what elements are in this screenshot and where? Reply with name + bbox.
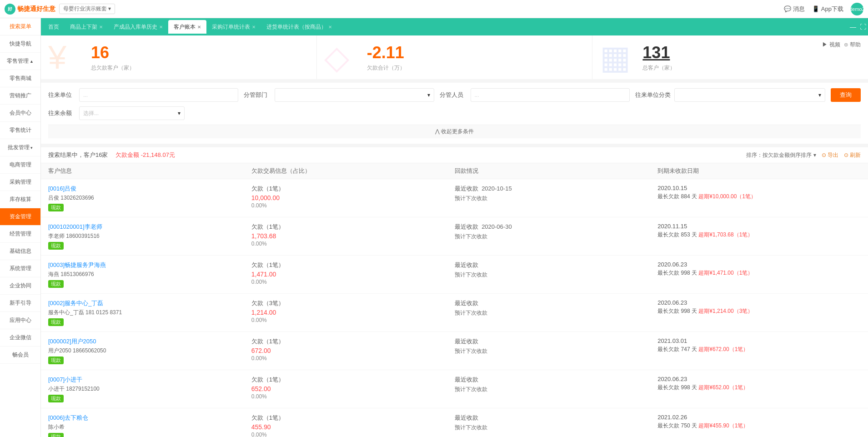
refresh-btn[interactable]: ⊙ 刷新: [844, 151, 861, 159]
app-icon: 📱: [812, 5, 819, 12]
sidebar-item-marketing[interactable]: 营销推广: [0, 87, 40, 105]
return-status-2: 最近收款 2020-06-30: [455, 223, 658, 231]
user-btn[interactable]: demo2: [851, 3, 863, 15]
video-btn[interactable]: ▶ 视频: [822, 41, 840, 49]
customer-name-link-4[interactable]: [0002]服务中心_丁磊: [48, 300, 103, 306]
customer-name-link-6[interactable]: [0007]小进干: [48, 376, 82, 383]
tab-inbound-label: 进货单统计表（按商品）: [266, 23, 326, 31]
search-button[interactable]: 查询: [831, 88, 861, 102]
sidebar-item-vip[interactable]: 畅会员: [0, 347, 40, 364]
tab-close-icon-4[interactable]: ✕: [252, 25, 256, 30]
due-info-7: 2021.02.26 最长欠款 750 天 超期¥455.90（1笔）: [657, 414, 861, 430]
tab-customer-account[interactable]: 客户账本 ✕: [168, 20, 206, 34]
maximize-icon[interactable]: ⛶: [860, 23, 866, 30]
due-date-1: 2020.10.15: [657, 185, 861, 191]
customer-name-link-2[interactable]: [0001020001]李老师: [48, 223, 102, 230]
debt-percent-1: 0.00%: [251, 202, 455, 209]
sidebar-item-quick-nav[interactable]: 快捷导航: [0, 35, 40, 53]
overdue-link-6[interactable]: 超期¥652.00（1笔）: [698, 384, 748, 391]
balance-select[interactable]: 选择... ▾: [79, 106, 185, 120]
customer-name-link-5[interactable]: [000002]用户2050: [48, 338, 96, 345]
sidebar-item-purchase[interactable]: 采购管理: [0, 174, 40, 191]
tab-close-icon-3[interactable]: ✕: [197, 25, 201, 30]
minimize-icon[interactable]: —: [850, 23, 856, 30]
return-info-7: 最近收款 预计下次收款: [455, 414, 658, 432]
filter-balance: 往来余额 选择... ▾: [48, 106, 185, 120]
sidebar-item-retail-stats[interactable]: 零售统计: [0, 122, 40, 139]
table-row: [0016]吕俊 吕俊 13026203696 现款 欠款（1笔） 10,000…: [41, 179, 868, 217]
tab-close-icon-2[interactable]: ✕: [159, 25, 163, 30]
export-btn[interactable]: ⊙ 导出: [822, 151, 838, 159]
brand-logo: 好 畅捷通好生意: [5, 4, 55, 15]
content-area: 首页 商品上下架 ✕ 产成品入库单历史 ✕ 客户账本 ✕ 采购订单统计表 ✕: [41, 18, 868, 437]
filter-area: 往来单位 ... 分管部门 ▾: [41, 83, 868, 144]
col-header-customer: 客户信息: [48, 167, 251, 175]
debt-percent-2: 0.00%: [251, 241, 455, 247]
sidebar-label-retail-mgmt: 零售管理: [7, 57, 29, 65]
customer-name-link-1[interactable]: [0016]吕俊: [48, 185, 76, 192]
industry-arrow: ▾: [108, 5, 111, 12]
sidebar-item-inventory[interactable]: 库存核算: [0, 191, 40, 208]
tab-inbound-stats[interactable]: 进货单统计表（按商品） ✕: [261, 20, 337, 34]
customer-name-link-3[interactable]: [0003]畅捷服务尹海燕: [48, 261, 106, 268]
result-text: 搜索结果中，客户16家: [48, 151, 108, 158]
app-download-btn[interactable]: 📱 App下载: [812, 5, 843, 13]
sidebar-item-app-center[interactable]: 应用中心: [0, 312, 40, 329]
sidebar-item-enterprise-wechat[interactable]: 企业微信: [0, 329, 40, 347]
overdue-link-3[interactable]: 超期¥1,471.00（1笔）: [698, 270, 753, 276]
dept-arrow: ▾: [427, 92, 430, 98]
customer-name-link-7[interactable]: [0006]去下粮仓: [48, 414, 88, 421]
tab-close-icon-5[interactable]: ✕: [328, 25, 332, 30]
debt-count-4: 欠款（3笔）: [251, 299, 455, 307]
col-header-return: 回款情况: [455, 167, 658, 175]
tab-close-icon[interactable]: ✕: [99, 25, 103, 30]
sidebar-item-basic-info[interactable]: 基础信息: [0, 243, 40, 260]
avatar: demo2: [851, 3, 863, 15]
tab-purchase-order-stats[interactable]: 采购订单统计表 ✕: [206, 20, 261, 34]
customer-info-2: [0001020001]李老师 李老师 18600391516 现款: [48, 223, 251, 250]
table-row: [0003]畅捷服务尹海燕 海燕 18513066976 现款 欠款（1笔） 1…: [41, 256, 868, 294]
sidebar-item-wholesale-mgmt[interactable]: 批发管理 ▾: [0, 139, 40, 156]
from-unit-input[interactable]: ...: [79, 88, 238, 102]
debt-amount-6: 652.00: [251, 385, 455, 392]
unit-category-select[interactable]: ▾: [674, 88, 825, 102]
debt-amount-4: 1,214.00: [251, 309, 455, 316]
tab-product-listing[interactable]: 商品上下架 ✕: [65, 20, 108, 34]
message-btn[interactable]: 💬 消息: [784, 5, 805, 13]
stat-label-total-customers: 总客户（家）: [642, 64, 675, 72]
sort-select[interactable]: 排序：按欠款金额倒序排序 ▾: [746, 151, 816, 159]
tab-product-history[interactable]: 产成品入库单历史 ✕: [108, 20, 168, 34]
customer-phone-1: 吕俊 13026203696: [48, 194, 251, 202]
return-info-5: 最近收款 预计下次收款: [455, 337, 658, 355]
debt-percent-4: 0.00%: [251, 317, 455, 323]
industry-select[interactable]: 母婴行业演示账套 ▾: [59, 4, 115, 14]
stat-info-2: -2.11 欠款合计（万）: [367, 43, 405, 72]
sidebar-item-enterprise-collab[interactable]: 企业协同: [0, 277, 40, 295]
overdue-link-2[interactable]: 超期¥1,703.68（1笔）: [698, 231, 753, 238]
overdue-link-1[interactable]: 超期¥10,000.00（1笔）: [698, 193, 756, 200]
sidebar-item-finance[interactable]: 资金管理: [0, 208, 40, 226]
manager-input[interactable]: ...: [471, 88, 630, 102]
sidebar-search[interactable]: 搜索菜单: [0, 18, 40, 35]
debt-count-1: 欠款（1笔）: [251, 185, 455, 193]
tab-customer-account-label: 客户账本: [174, 23, 196, 31]
overdue-link-4[interactable]: 超期¥1,214.00（3笔）: [698, 308, 753, 314]
sidebar-item-retail-mall[interactable]: 零售商城: [0, 70, 40, 87]
tab-home[interactable]: 首页: [43, 20, 65, 34]
sidebar-item-operation[interactable]: 经营管理: [0, 226, 40, 243]
debt-count-2: 欠款（1笔）: [251, 223, 455, 231]
sidebar-item-member[interactable]: 会员中心: [0, 105, 40, 122]
sidebar: 搜索菜单 快捷导航 零售管理 ▲ 零售商城 营销推广 会员中心 零售统计 批发管…: [0, 18, 41, 437]
overdue-link-7[interactable]: 超期¥455.90（1笔）: [698, 422, 748, 429]
sidebar-item-new-guide[interactable]: 新手引导: [0, 295, 40, 312]
dept-select[interactable]: ▾: [275, 88, 434, 102]
collapse-more-btn[interactable]: ⋀ 收起更多条件: [48, 125, 861, 138]
sidebar-item-retail-mgmt[interactable]: 零售管理 ▲: [0, 53, 40, 70]
due-overdue-1: 最长欠款 884 天 超期¥10,000.00（1笔）: [657, 193, 861, 201]
help-btn[interactable]: ⊙ 帮助: [844, 41, 861, 49]
sidebar-item-system[interactable]: 系统管理: [0, 260, 40, 277]
overdue-link-5[interactable]: 超期¥672.00（1笔）: [698, 346, 748, 352]
table-container: 客户信息 欠款交易信息（占比） 回款情况 到期未收款日期 [0016]吕俊 吕俊…: [41, 163, 868, 437]
sidebar-item-ecommerce[interactable]: 电商管理: [0, 156, 40, 174]
table-header: 客户信息 欠款交易信息（占比） 回款情况 到期未收款日期: [41, 163, 868, 179]
